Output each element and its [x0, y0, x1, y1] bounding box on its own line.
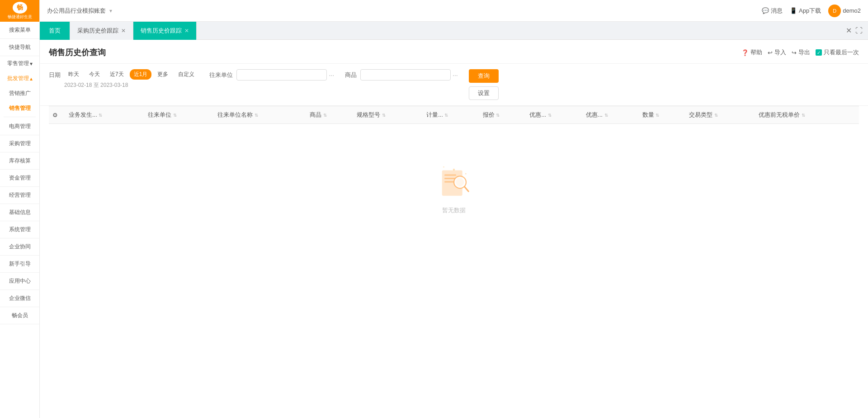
table-container: ⚙ 业务发生... ⇅ 往来单位 ⇅ 往来单位名称 ⇅ — [40, 106, 868, 124]
query-actions: 查询 设置 — [469, 69, 499, 100]
topbar-title: 办公用品行业模拟账套 — [47, 7, 106, 15]
date-btn-custom[interactable]: 自定义 — [174, 69, 198, 80]
close-all-tabs-button[interactable]: ✕ — [846, 26, 852, 35]
goods-filter-group: 商品 ··· — [345, 69, 458, 81]
date-filter-label: 日期 — [49, 69, 61, 79]
message-button[interactable]: 💬 消息 — [762, 7, 783, 15]
sidebar-item-wechat[interactable]: 企业微信 — [0, 290, 39, 307]
sort-icon-business-date: ⇅ — [99, 113, 102, 118]
col-goods[interactable]: 商品 ⇅ — [306, 106, 353, 124]
sort-icon-discount1: ⇅ — [548, 113, 552, 118]
sort-icon-quote: ⇅ — [496, 113, 500, 118]
chevron-up-icon: ▴ — [30, 76, 33, 82]
topbar-chevron-icon[interactable]: ▾ — [109, 8, 112, 14]
svg-point-8 — [465, 173, 467, 175]
topbar: 办公用品行业模拟账套 ▾ 💬 消息 📱 App下载 D demo2 — [40, 0, 868, 22]
tab-home[interactable]: 首页 — [40, 22, 70, 40]
col-trade-type[interactable]: 交易类型 ⇅ — [685, 106, 755, 124]
date-btn-today[interactable]: 今天 — [85, 69, 104, 80]
date-btn-7days[interactable]: 近7天 — [106, 69, 128, 80]
export-icon: ↪ — [792, 49, 797, 56]
date-filter-options: 昨天 今天 近7天 近1月 更多 自定义 2023-02-18 至 2023-0… — [64, 69, 198, 89]
date-btn-more[interactable]: 更多 — [153, 69, 172, 80]
goods-input[interactable] — [360, 69, 451, 81]
empty-state: 暂无数据 — [40, 124, 868, 251]
help-button[interactable]: ❓ 帮助 — [741, 48, 762, 57]
sidebar-item-system[interactable]: 系统管理 — [0, 221, 39, 238]
main-area: 办公用品行业模拟账套 ▾ 💬 消息 📱 App下载 D demo2 首页 采购历… — [40, 0, 868, 418]
sidebar-item-search[interactable]: 搜索菜单 — [0, 22, 39, 39]
sort-icon-goods: ⇅ — [323, 113, 327, 118]
sidebar-item-shortcut[interactable]: 快捷导航 — [0, 39, 39, 56]
tab-purchase-history[interactable]: 采购历史价跟踪 ✕ — [70, 22, 133, 40]
svg-line-6 — [464, 187, 468, 192]
col-quantity[interactable]: 数量 ⇅ — [639, 106, 686, 124]
col-pretax-price[interactable]: 优惠前无税单价 ⇅ — [755, 106, 859, 124]
sidebar-item-operation[interactable]: 经营管理 — [0, 187, 39, 204]
app-download-button[interactable]: 📱 App下载 — [790, 7, 821, 15]
sidebar-item-purchase[interactable]: 采购管理 — [0, 135, 39, 152]
close-tab-sales-icon[interactable]: ✕ — [184, 28, 189, 34]
date-btn-1month[interactable]: 近1月 — [130, 69, 152, 80]
col-unit[interactable]: 计量... ⇅ — [423, 106, 479, 124]
sort-icon-spec: ⇅ — [382, 113, 386, 118]
data-table: ⚙ 业务发生... ⇅ 往来单位 ⇅ 往来单位名称 ⇅ — [49, 106, 859, 124]
close-tab-purchase-icon[interactable]: ✕ — [121, 28, 126, 34]
svg-rect-3 — [444, 181, 454, 183]
sidebar-item-retail[interactable]: 零售管理 ▾ — [0, 56, 39, 71]
sidebar-item-newbie[interactable]: 新手引导 — [0, 256, 39, 273]
sidebar-item-basic[interactable]: 基础信息 — [0, 204, 39, 221]
app-logo[interactable]: 畅 畅捷通好生意 — [0, 0, 39, 22]
settings-icon: ⚙ — [52, 112, 58, 119]
sidebar-item-finance[interactable]: 资金管理 — [0, 170, 39, 187]
sort-icon-quantity: ⇅ — [656, 113, 659, 118]
col-settings[interactable]: ⚙ — [49, 106, 65, 124]
tab-sales-history[interactable]: 销售历史价跟踪 ✕ — [133, 22, 197, 40]
col-discount2[interactable]: 优惠... ⇅ — [582, 106, 639, 124]
goods-filter-label: 商品 — [345, 69, 357, 79]
checkbox-checked-icon: ✓ — [816, 49, 822, 56]
sidebar-item-enterprise[interactable]: 企业协同 — [0, 238, 39, 256]
settings-button[interactable]: 设置 — [469, 86, 499, 100]
date-btn-yesterday[interactable]: 昨天 — [64, 69, 83, 80]
col-partner-code[interactable]: 往来单位 ⇅ — [144, 106, 214, 124]
svg-rect-1 — [444, 175, 456, 176]
only-last-checkbox-label[interactable]: ✓ 只看最后一次 — [816, 48, 859, 57]
sidebar-item-apps[interactable]: 应用中心 — [0, 273, 39, 290]
col-business-date[interactable]: 业务发生... ⇅ — [65, 106, 144, 124]
sort-icon-discount2: ⇅ — [604, 113, 608, 118]
user-profile-button[interactable]: D demo2 — [828, 5, 861, 17]
sidebar-item-member[interactable]: 畅会员 — [0, 307, 39, 324]
col-discount1[interactable]: 优惠... ⇅ — [526, 106, 582, 124]
topbar-right: 💬 消息 📱 App下载 D demo2 — [762, 5, 861, 17]
avatar: D — [828, 5, 841, 17]
date-option-buttons: 昨天 今天 近7天 近1月 更多 自定义 — [64, 69, 198, 80]
sidebar-item-ecommerce[interactable]: 电商管理 — [0, 118, 39, 135]
sidebar-item-wholesale[interactable]: 批发管理 ▴ — [0, 71, 39, 86]
import-icon: ↩ — [768, 49, 773, 56]
partner-filter-group: 往来单位 ··· — [209, 69, 334, 81]
page-header: 销售历史价查询 ❓ 帮助 ↩ 导入 ↪ 导出 ✓ 只看最后一次 — [40, 40, 868, 64]
sidebar-item-marketing[interactable]: 营销推广 — [0, 86, 39, 101]
expand-button[interactable]: ⛶ — [855, 27, 863, 35]
col-quote[interactable]: 报价 ⇅ — [479, 106, 526, 124]
export-button[interactable]: ↪ 导出 — [792, 48, 810, 57]
date-filter-group: 日期 昨天 今天 近7天 近1月 更多 自定义 2023-02-18 至 202… — [49, 69, 198, 89]
partner-picker-icon[interactable]: ··· — [329, 71, 334, 79]
download-icon: 📱 — [790, 7, 797, 14]
svg-point-7 — [453, 169, 455, 171]
svg-point-9 — [443, 166, 444, 168]
help-icon: ❓ — [741, 49, 749, 56]
col-spec[interactable]: 规格型号 ⇅ — [353, 106, 423, 124]
sidebar: 畅 畅捷通好生意 搜索菜单 快捷导航 零售管理 ▾ 批发管理 ▴ 营销推广 销售… — [0, 0, 40, 418]
sidebar-item-sales[interactable]: 销售管理 — [0, 101, 39, 116]
import-button[interactable]: ↩ 导入 — [768, 48, 786, 57]
sidebar-item-inventory[interactable]: 库存核算 — [0, 152, 39, 170]
query-button[interactable]: 查询 — [469, 69, 499, 83]
tabs-bar: 首页 采购历史价跟踪 ✕ 销售历史价跟踪 ✕ ✕ ⛶ — [40, 22, 868, 40]
message-icon: 💬 — [762, 7, 769, 14]
goods-picker-icon[interactable]: ··· — [453, 71, 458, 79]
col-partner-name[interactable]: 往来单位名称 ⇅ — [214, 106, 306, 124]
empty-text: 暂无数据 — [442, 206, 466, 214]
partner-input[interactable] — [236, 69, 327, 81]
